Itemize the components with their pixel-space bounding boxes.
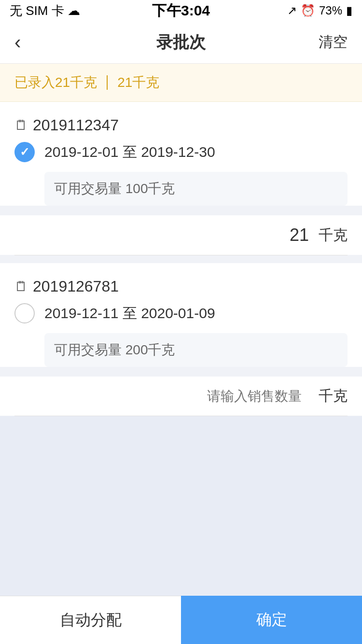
- footer: 自动分配 确定: [0, 596, 362, 644]
- nav-bar: ‹ 录批次 清空: [0, 21, 362, 64]
- info-divider: [107, 75, 108, 90]
- qty-row-1: 21 千克: [0, 215, 362, 255]
- batch-date-1: 2019-12-01 至 2019-12-30: [44, 142, 215, 162]
- batch-item-1: 🗒 2019112347 2019-12-01 至 2019-12-30 可用交…: [0, 102, 362, 206]
- page-title: 录批次: [156, 31, 206, 54]
- total-amount: 21千克: [117, 73, 159, 92]
- radio-unchecked-2[interactable]: [14, 303, 35, 323]
- info-banner: 已录入21千克 21千克: [0, 64, 362, 102]
- bottom-area: [0, 416, 362, 619]
- batch-doc-icon-1: 🗒: [14, 117, 28, 133]
- battery-icon: ▮: [346, 4, 352, 17]
- battery-text: 73%: [319, 4, 342, 17]
- location-icon: ↗: [287, 4, 297, 17]
- available-qty-2: 可用交易量 200千克: [44, 333, 348, 367]
- status-left: 无 SIM 卡 ☁: [10, 2, 80, 19]
- clear-button[interactable]: 清空: [319, 32, 348, 52]
- available-qty-1: 可用交易量 100千克: [44, 172, 348, 206]
- radio-checked-1[interactable]: [14, 142, 35, 162]
- auto-distribute-button[interactable]: 自动分配: [0, 596, 181, 644]
- batch-id-2: 2019126781: [33, 278, 119, 295]
- qty-value-1: 21: [290, 225, 309, 245]
- batch-date-2: 2019-12-11 至 2020-01-09: [44, 304, 215, 323]
- qty-row-2[interactable]: 千克: [0, 377, 362, 416]
- no-sim-text: 无 SIM 卡 ☁: [10, 2, 80, 19]
- qty-input-2[interactable]: [14, 389, 309, 404]
- batch-id-row-1: 🗒 2019112347: [14, 116, 348, 134]
- batch-doc-icon-2: 🗒: [14, 279, 28, 294]
- recorded-amount: 已录入21千克: [14, 73, 97, 92]
- status-bar: 无 SIM 卡 ☁ 下午3:04 ↗ ⏰ 73% ▮: [0, 0, 362, 21]
- section-divider: [0, 255, 362, 263]
- batch-item-2: 🗒 2019126781 2019-12-11 至 2020-01-09 可用交…: [0, 263, 362, 367]
- status-right: ↗ ⏰ 73% ▮: [287, 4, 352, 17]
- batch-date-row-2[interactable]: 2019-12-11 至 2020-01-09: [14, 303, 348, 323]
- qty-unit-2: 千克: [319, 386, 348, 406]
- batch-id-1: 2019112347: [33, 116, 119, 134]
- batch-date-row-1[interactable]: 2019-12-01 至 2019-12-30: [14, 142, 348, 162]
- alarm-icon: ⏰: [301, 4, 315, 17]
- status-time: 下午3:04: [152, 1, 210, 21]
- batch-id-row-2: 🗒 2019126781: [14, 278, 348, 295]
- confirm-button[interactable]: 确定: [181, 596, 362, 644]
- qty-unit-1: 千克: [319, 225, 348, 245]
- back-button[interactable]: ‹: [14, 31, 43, 53]
